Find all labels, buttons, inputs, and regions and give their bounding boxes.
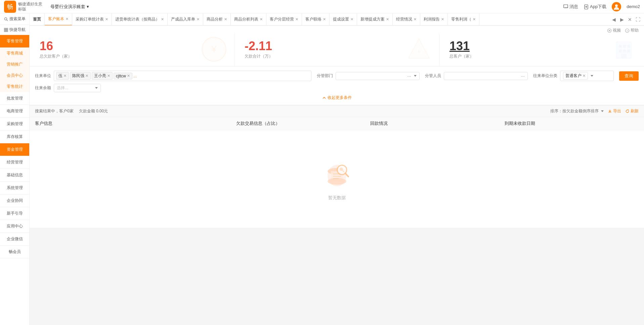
- sidebar-item-retail-mgmt[interactable]: 零售管理: [0, 35, 29, 48]
- sidebar-item-ecommerce[interactable]: 电商管理: [0, 105, 29, 118]
- sidebar-item-enterprise[interactable]: 企业协同: [0, 194, 29, 207]
- stat-label-total-customers: 总客户（家）: [449, 53, 474, 59]
- sidebar-item-ops[interactable]: 经营管理: [0, 156, 29, 169]
- tab-close-purchase-stats-product[interactable]: ✕: [161, 17, 164, 22]
- collapse-btn[interactable]: 收起更多条件: [35, 95, 639, 101]
- stat-card-total-customers: 131 总客户（家）: [439, 33, 644, 66]
- sidebar-search[interactable]: 搜索菜单: [0, 13, 29, 25]
- sort-select[interactable]: 排序：按欠款金额倒序排序: [550, 108, 604, 114]
- svg-rect-7: [4, 30, 6, 32]
- dept-more-btn[interactable]: ···: [407, 73, 411, 79]
- video-link[interactable]: 视频: [607, 28, 621, 33]
- stat-values-total-customers: 131 总客户（家）: [449, 40, 474, 59]
- sidebar-item-sys-mgmt[interactable]: 系统管理: [0, 182, 29, 194]
- top-bar-left: 畅 畅捷通好生意 标版 母婴行业演示账套 ▾: [4, 1, 89, 13]
- sidebar-nav[interactable]: 快捷导航: [0, 25, 29, 35]
- tab-product-analysis-list[interactable]: 商品分析列表 ✕: [231, 13, 266, 26]
- sidebar-item-basic-info[interactable]: 基础信息: [0, 169, 29, 182]
- tab-product-analysis[interactable]: 商品分析 ✕: [203, 13, 231, 26]
- tab-close-customer-tier[interactable]: ✕: [295, 17, 298, 22]
- unit-class-select[interactable]: 普通客户 ✕: [560, 71, 614, 81]
- sidebar-item-vip[interactable]: 畅会员: [0, 246, 29, 258]
- unit-tag-input[interactable]: 伍 ✕ 陈民强 ✕ 王小亮 ✕ cjttcw ✕: [54, 71, 311, 81]
- sidebar-item-retail-shop[interactable]: 零售商城: [0, 48, 29, 59]
- sidebar-item-new-guide[interactable]: 新手引导: [0, 207, 29, 220]
- person-select[interactable]: ​ ···: [444, 72, 528, 80]
- tab-customer-book[interactable]: 客户账本 ✕: [45, 13, 72, 26]
- tab-retail-profit[interactable]: 零售利润（ ✕: [448, 13, 479, 26]
- avatar[interactable]: [612, 2, 621, 11]
- stat-values-credit-customers: 16 总欠款客户（家）: [40, 40, 72, 59]
- tab-close-promo-settings[interactable]: ✕: [350, 17, 353, 22]
- tab-close-purchase-order-stats[interactable]: ✕: [105, 17, 108, 22]
- sidebar-item-wechat[interactable]: 企业微信: [0, 233, 29, 246]
- tag-normal-customer[interactable]: 普通客户 ✕: [563, 72, 588, 80]
- tab-next-btn[interactable]: ▶: [618, 16, 625, 23]
- tab-customer-tier[interactable]: 客户分层经营 ✕: [266, 13, 302, 26]
- filter-dept-label: 分管部门: [317, 73, 333, 79]
- svg-point-34: [340, 168, 343, 171]
- stat-icon-amount: +: [405, 36, 432, 64]
- tab-close-ops-status[interactable]: ✕: [414, 17, 417, 22]
- tab-close-new-promo-plan[interactable]: ✕: [386, 17, 389, 22]
- tab-maximize-btn[interactable]: ⛶: [635, 16, 641, 23]
- tag-wang-remove[interactable]: ✕: [107, 74, 110, 78]
- tab-close-retail-profit[interactable]: ✕: [473, 17, 476, 22]
- remainder-select[interactable]: 选择...: [54, 84, 101, 92]
- page-content: 视频 ? 帮助 ¥ 16: [30, 26, 644, 325]
- tag-wang[interactable]: 王小亮 ✕: [92, 72, 113, 80]
- results-info: 搜索结果中，客户0家 欠款金额 0.00元: [35, 108, 108, 114]
- person-more-btn[interactable]: ···: [521, 73, 525, 79]
- tab-close-all-btn[interactable]: ✕: [627, 16, 633, 23]
- tab-close-customer-contact[interactable]: ✕: [323, 17, 326, 22]
- stat-icon-building: [610, 36, 637, 64]
- sidebar-item-member-center[interactable]: 会员中心: [0, 70, 29, 81]
- tab-profit-report[interactable]: 利润报告 ✕: [420, 13, 448, 26]
- tag-chen-remove[interactable]: ✕: [85, 74, 88, 78]
- org-selector[interactable]: 母婴行业演示账套 ▾: [50, 4, 89, 10]
- col-credit-transactions: 欠款交易信息（占比）: [236, 120, 370, 127]
- sidebar-item-inventory[interactable]: 库存核算: [0, 131, 29, 143]
- tab-customer-contact[interactable]: 客户联络 ✕: [302, 13, 330, 26]
- tab-purchase-order-stats[interactable]: 采购订单统计表 ✕: [72, 13, 112, 26]
- tab-ops-status[interactable]: 经营情况 ✕: [393, 13, 420, 26]
- help-link[interactable]: ? 帮助: [625, 28, 639, 33]
- sidebar-item-marketing[interactable]: 营销推广: [0, 59, 29, 70]
- tab-prev-btn[interactable]: ◀: [610, 16, 617, 23]
- dept-select[interactable]: ​ ···: [336, 72, 420, 80]
- sidebar-item-app-center[interactable]: 应用中心: [0, 220, 29, 233]
- logo-icon: 畅: [4, 1, 16, 13]
- sidebar-item-purchase[interactable]: 采购管理: [0, 118, 29, 131]
- svg-text:¥: ¥: [211, 43, 217, 54]
- sidebar-item-finance[interactable]: 资金管理: [0, 143, 29, 156]
- tab-purchase-stats-product[interactable]: 进货单统计表（按商品） ✕: [112, 13, 168, 26]
- tag-wu[interactable]: 伍 ✕: [56, 72, 69, 80]
- stat-card-credit-customers: ¥ 16 总欠款客户（家）: [30, 33, 234, 66]
- query-button[interactable]: 查询: [619, 71, 639, 81]
- tag-cjttcw-remove[interactable]: ✕: [127, 74, 130, 78]
- tab-home[interactable]: 首页: [30, 13, 45, 26]
- tab-promo-settings[interactable]: 提成设置 ✕: [330, 13, 357, 26]
- sidebar-item-retail-stats[interactable]: 零售统计: [0, 81, 29, 92]
- export-btn[interactable]: 导出: [608, 108, 621, 114]
- tab-close-product-entry[interactable]: ✕: [197, 17, 200, 22]
- tab-product-entry[interactable]: 产成品入库单 ✕: [168, 13, 203, 26]
- tab-new-promo-plan[interactable]: 新增提成方案 ✕: [357, 13, 393, 26]
- tab-close-product-analysis-list[interactable]: ✕: [260, 17, 263, 22]
- tag-chen[interactable]: 陈民强 ✕: [70, 72, 91, 80]
- filter-row-1: 往来单位 伍 ✕ 陈民强 ✕ 王小亮 ✕: [35, 71, 639, 81]
- sidebar-item-batch-mgmt[interactable]: 批发管理: [0, 92, 29, 105]
- tag-normal-customer-remove[interactable]: ✕: [583, 74, 586, 78]
- tab-close-customer-book[interactable]: ✕: [66, 17, 69, 21]
- tag-wu-remove[interactable]: ✕: [63, 74, 67, 78]
- tab-bar: 首页 客户账本 ✕ 采购订单统计表 ✕ 进货单统计表（按商品） ✕ 产成品入库单…: [30, 13, 644, 26]
- tab-close-profit-report[interactable]: ✕: [441, 17, 444, 22]
- username: demo2: [627, 4, 640, 9]
- messages-link[interactable]: 消息: [563, 4, 578, 10]
- tag-cjttcw[interactable]: cjttcw ✕: [114, 73, 132, 79]
- app-download-link[interactable]: App下载: [584, 4, 606, 10]
- empty-text: 暂无数据: [328, 195, 346, 201]
- refresh-btn[interactable]: 刷新: [625, 108, 639, 114]
- filter-more-btn[interactable]: ...: [133, 74, 137, 78]
- tab-close-product-analysis[interactable]: ✕: [224, 17, 227, 22]
